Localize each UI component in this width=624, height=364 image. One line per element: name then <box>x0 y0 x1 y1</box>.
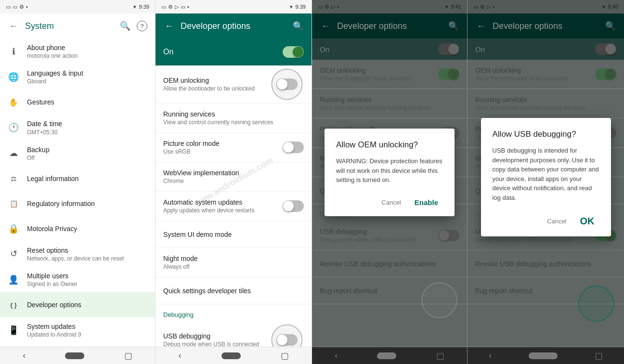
panel-developer-options-3: ▭ ⚙ ▷ • ▾ 8:40 ← Developer options 🔍 On <box>468 0 624 364</box>
status-right-2: ▾ 9:39 <box>290 4 306 10</box>
sidebar-list: ℹ About phone motorola one action 🌐 Lang… <box>0 39 155 347</box>
oem-cancel-button[interactable]: Cancel <box>377 195 405 210</box>
autoupdate-thumb-1 <box>283 201 294 211</box>
developer-icon: { } <box>8 299 19 311</box>
sidebar-item-reset[interactable]: ↺ Reset options Network, apps, or device… <box>0 241 155 267</box>
sidebar-developer-text: Developer options <box>27 300 147 309</box>
autoupdate-toggle-1[interactable] <box>283 200 304 212</box>
panel-developer-options-2: ▭ ⚙ ▷ • ▾ 9:41 ← Developer options 🔍 On <box>312 0 468 364</box>
sidebar-item-datetime[interactable]: 🕐 Date & time GMT+05:30 <box>0 115 155 140</box>
sidebar-users-text: Multiple users Signed in as Owner <box>27 272 147 287</box>
legal-icon: ⚖ <box>8 173 19 184</box>
back-nav-2[interactable]: ‹ <box>173 349 187 363</box>
help-button-1[interactable]: ? <box>137 21 147 31</box>
dev-item-autoupdate-1[interactable]: Automatic system updates Apply updates w… <box>156 192 312 221</box>
nav-bar-2: ‹ ▢ <box>156 347 312 364</box>
status-icons-left: ▭ ▭ ⚙ • <box>6 4 28 10</box>
users-title: Multiple users <box>27 272 147 280</box>
status-right-1: ▾ 9:39 <box>133 4 149 10</box>
dev-list-1: OEM unlocking Allow the bootloader to be… <box>156 65 312 347</box>
backup-icon: ☁ <box>8 147 19 159</box>
sidebar-privacy-text: Motorola Privacy <box>27 224 147 233</box>
back-button-dev-1[interactable]: ← <box>163 20 175 32</box>
picture-toggle-1[interactable] <box>283 142 304 153</box>
recent-nav-1[interactable]: ▢ <box>118 349 138 363</box>
oem-toggle-1[interactable] <box>276 78 298 90</box>
sidebar-item-developer[interactable]: { } Developer options <box>0 292 155 317</box>
notif-icon-a: ▭ <box>161 4 166 10</box>
gestures-title: Gestures <box>27 98 147 106</box>
sidebar-item-about[interactable]: ℹ About phone motorola one action <box>0 39 155 64</box>
dev-item-oem-row-1: OEM unlocking Allow the bootloader to be… <box>163 72 304 96</box>
dev-item-picture-1[interactable]: Picture color mode Use sRGB <box>156 133 312 162</box>
picture-row-1: Picture color mode Use sRGB <box>163 140 304 155</box>
regulatory-title: Regulatory information <box>27 199 147 208</box>
sidebar-item-backup[interactable]: ☁ Backup Off <box>0 141 155 166</box>
sidebar-item-gestures[interactable]: ✋ Gestures <box>0 90 155 115</box>
sidebar-item-languages[interactable]: 🌐 Languages & input Gboard <box>0 64 155 90</box>
sidebar-languages-text: Languages & input Gboard <box>27 69 147 85</box>
webview-title-1: WebView implementation <box>163 169 304 177</box>
sidebar-regulatory-text: Regulatory information <box>27 199 147 208</box>
home-nav-1[interactable] <box>65 352 84 359</box>
dev-item-usb-1[interactable]: USB debugging Debug mode when USB is con… <box>156 321 312 347</box>
picture-sub-1: Use sRGB <box>163 148 220 155</box>
usb-dialog: Allow USB debugging? USB debugging is in… <box>481 118 611 236</box>
dev-item-oem-1[interactable]: OEM unlocking Allow the bootloader to be… <box>156 65 312 104</box>
back-button-1[interactable]: ← <box>8 20 19 32</box>
dev-item-night-1[interactable]: Night mode Always off <box>156 248 312 277</box>
back-nav-1[interactable]: ‹ <box>17 349 31 363</box>
sidebar-item-regulatory[interactable]: 📋 Regulatory information <box>0 191 155 216</box>
sidebar-item-updates[interactable]: 📱 System updates Updated to Android 9 <box>0 317 155 343</box>
sidebar-backup-text: Backup Off <box>27 145 147 161</box>
datetime-sub: GMT+05:30 <box>27 129 147 136</box>
page-title-system: System <box>25 21 114 31</box>
nav-bar-1: ‹ ▢ <box>0 347 155 364</box>
notification-icon-2: ▭ <box>13 4 17 10</box>
reset-sub: Network, apps, or device can be reset <box>27 255 147 262</box>
wifi-icon-2: ▾ <box>290 4 293 10</box>
notification-icon-1: ▭ <box>6 4 11 10</box>
status-bar-2: ▭ ⚙ ▷ ▭ • ▾ 9:39 <box>156 0 312 13</box>
notif-dot-2: • <box>187 4 189 10</box>
dev-oem-title-1: OEM unlocking <box>163 77 270 84</box>
sidebar-item-users[interactable]: 👤 Multiple users Signed in as Owner <box>0 267 155 292</box>
usb-cancel-button[interactable]: Cancel <box>542 212 571 231</box>
sidebar-datetime-text: Date & time GMT+05:30 <box>27 119 147 135</box>
about-icon: ℹ <box>8 46 19 57</box>
recent-nav-2[interactable]: ▢ <box>275 349 295 363</box>
oem-dialog-body: WARNING: Device protection features will… <box>336 156 443 185</box>
sidebar-item-legal[interactable]: ⚖ Legal information <box>0 166 155 191</box>
night-sub-1: Always off <box>163 263 304 270</box>
languages-title: Languages & input <box>27 69 147 78</box>
dev-item-running-1[interactable]: Running services View and control curren… <box>156 104 312 133</box>
dev-item-uidemo-1[interactable]: System UI demo mode <box>156 221 312 248</box>
dev-item-qstiles-1[interactable]: Quick settings developer tiles <box>156 277 312 304</box>
sidebar-item-privacy[interactable]: 🔒 Motorola Privacy <box>0 216 155 241</box>
autoupdate-sub-1: Apply updates when device restarts <box>163 207 254 214</box>
usb-ok-button[interactable]: OK <box>575 212 599 231</box>
notification-dot: • <box>26 4 28 10</box>
oem-enable-button[interactable]: Enable <box>410 195 443 210</box>
sidebar-updates-text: System updates Updated to Android 9 <box>27 322 147 338</box>
users-sub: Signed in as Owner <box>27 281 147 287</box>
usb-dialog-body: USB debugging is intended for developmen… <box>493 146 599 202</box>
status-icons-left-2: ▭ ⚙ ▷ ▭ • <box>161 4 189 10</box>
usb-toggle-1[interactable] <box>276 334 298 346</box>
oem-toggle-area-1 <box>270 72 304 96</box>
privacy-icon: 🔒 <box>8 223 19 234</box>
panel-developer-options-1: ▭ ⚙ ▷ ▭ • ▾ 9:39 ← Developer options 🔍 O… <box>156 0 312 364</box>
reset-title: Reset options <box>27 246 147 255</box>
status-bar-1: ▭ ▭ ⚙ • ▾ 9:39 <box>0 0 155 13</box>
sidebar-legal-text: Legal information <box>27 174 147 183</box>
usb-dialog-overlay: Allow USB debugging? USB debugging is in… <box>468 0 624 364</box>
search-button-1[interactable]: 🔍 <box>119 20 131 32</box>
home-nav-2[interactable] <box>221 352 241 359</box>
search-button-dev-1[interactable]: 🔍 <box>292 20 304 32</box>
dev-item-webview-1[interactable]: WebView implementation Chrome <box>156 162 312 192</box>
dev-on-label-1: On <box>163 48 283 56</box>
dev-master-toggle-1[interactable] <box>283 46 304 58</box>
enable-circle-highlight <box>421 282 457 318</box>
webview-sub-1: Chrome <box>163 178 304 184</box>
notif-icon-b: ⚙ <box>168 4 173 10</box>
